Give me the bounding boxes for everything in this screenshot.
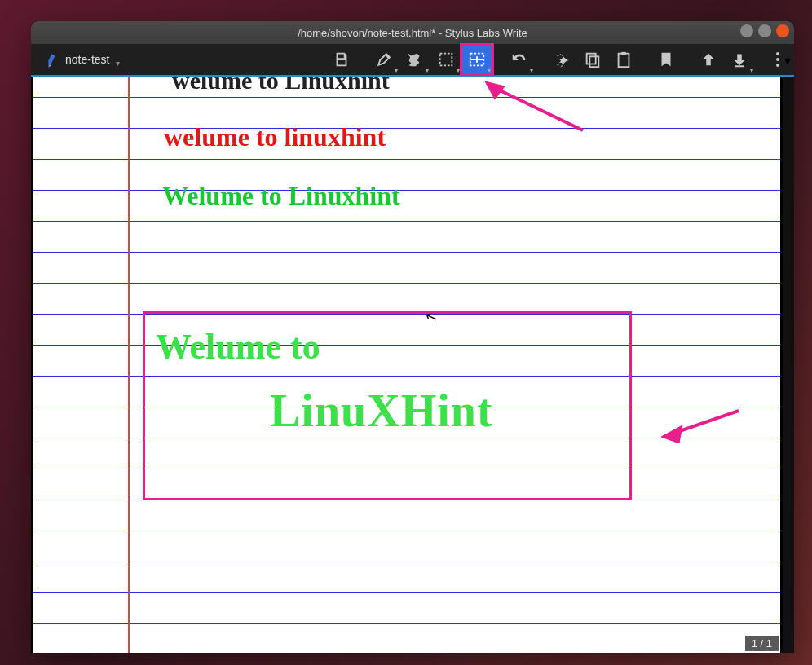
save-button[interactable] bbox=[326, 45, 357, 74]
chevron-down-icon: ▾ bbox=[395, 67, 398, 74]
titlebar: /home/shovon/note-test.html* - Stylus La… bbox=[31, 21, 794, 44]
undo-button[interactable]: ▾ bbox=[504, 45, 535, 74]
svg-marker-10 bbox=[485, 81, 505, 99]
cut-icon bbox=[553, 51, 571, 68]
copy-button[interactable] bbox=[577, 45, 608, 74]
pen-tool-icon bbox=[375, 51, 393, 68]
next-page-button[interactable]: ▾ bbox=[724, 45, 755, 74]
chevron-down-icon: ▾ bbox=[457, 67, 460, 74]
minimize-button[interactable] bbox=[740, 24, 753, 37]
document-tab-label: note-test bbox=[65, 53, 109, 66]
bookmark-icon bbox=[657, 51, 675, 68]
handwriting-line-1: welume to Linuxhint bbox=[172, 77, 390, 95]
paste-button[interactable] bbox=[608, 45, 639, 74]
pen-icon bbox=[42, 49, 63, 70]
svg-line-11 bbox=[673, 411, 739, 434]
chevron-down-icon: ▾ bbox=[784, 53, 791, 68]
svg-rect-5 bbox=[589, 56, 598, 67]
ruled-select-icon bbox=[468, 51, 486, 68]
chevron-down-icon: ▾ bbox=[426, 67, 429, 74]
paste-icon bbox=[615, 51, 633, 68]
rect-select-button[interactable]: ▾ bbox=[430, 45, 461, 74]
eraser-icon bbox=[406, 51, 424, 68]
document-tab[interactable]: note-test ▾ bbox=[36, 48, 128, 71]
chevron-down-icon: ▾ bbox=[750, 67, 753, 74]
eraser-tool-button[interactable]: ▾ bbox=[399, 45, 430, 74]
handwriting-big-top: Welume to bbox=[156, 326, 320, 368]
annotation-arrow-1 bbox=[485, 81, 591, 139]
toolbar: note-test ▾ ▾ ▾ ▾ ▾ bbox=[31, 44, 794, 77]
svg-line-9 bbox=[495, 88, 583, 130]
copy-icon bbox=[584, 51, 602, 68]
undo-icon bbox=[510, 51, 528, 68]
save-icon bbox=[333, 51, 351, 68]
canvas-area: welume to Linuxhint welume to linuxhint … bbox=[31, 77, 794, 653]
handwriting-line-3: Welume to Linuxhint bbox=[162, 181, 400, 211]
chevron-down-icon: ▾ bbox=[116, 59, 120, 68]
rect-select-icon bbox=[437, 51, 455, 68]
pen-tool-button[interactable]: ▾ bbox=[368, 45, 399, 74]
annotation-arrow-2 bbox=[661, 403, 743, 443]
margin-line bbox=[128, 77, 130, 653]
overflow-menu-button[interactable]: ▾ bbox=[766, 52, 789, 67]
bookmark-button[interactable] bbox=[651, 45, 682, 74]
app-window: /home/shovon/note-test.html* - Stylus La… bbox=[31, 21, 794, 653]
arrow-down-icon bbox=[730, 51, 748, 68]
svg-rect-0 bbox=[440, 54, 452, 66]
page-indicator: 1 / 1 bbox=[745, 636, 779, 651]
handwriting-big-bottom: LinuXHint bbox=[270, 385, 493, 437]
vertical-scrollbar[interactable] bbox=[783, 77, 794, 653]
close-button[interactable] bbox=[776, 24, 789, 37]
svg-marker-12 bbox=[661, 425, 682, 443]
arrow-up-icon bbox=[699, 51, 717, 68]
ruled-select-button[interactable]: ▾ bbox=[461, 45, 492, 74]
chevron-down-icon: ▾ bbox=[488, 67, 491, 74]
svg-rect-7 bbox=[621, 52, 626, 55]
handwriting-line-2: welume to linuxhint bbox=[164, 122, 386, 152]
cut-button[interactable] bbox=[546, 45, 577, 74]
svg-rect-4 bbox=[587, 54, 596, 64]
prev-page-button[interactable] bbox=[693, 45, 724, 74]
window-controls bbox=[740, 24, 789, 37]
chevron-down-icon: ▾ bbox=[530, 67, 533, 74]
svg-rect-6 bbox=[619, 54, 629, 68]
window-title: /home/shovon/note-test.html* - Stylus La… bbox=[298, 27, 527, 39]
page[interactable]: welume to Linuxhint welume to linuxhint … bbox=[33, 77, 780, 653]
maximize-button[interactable] bbox=[758, 24, 771, 37]
